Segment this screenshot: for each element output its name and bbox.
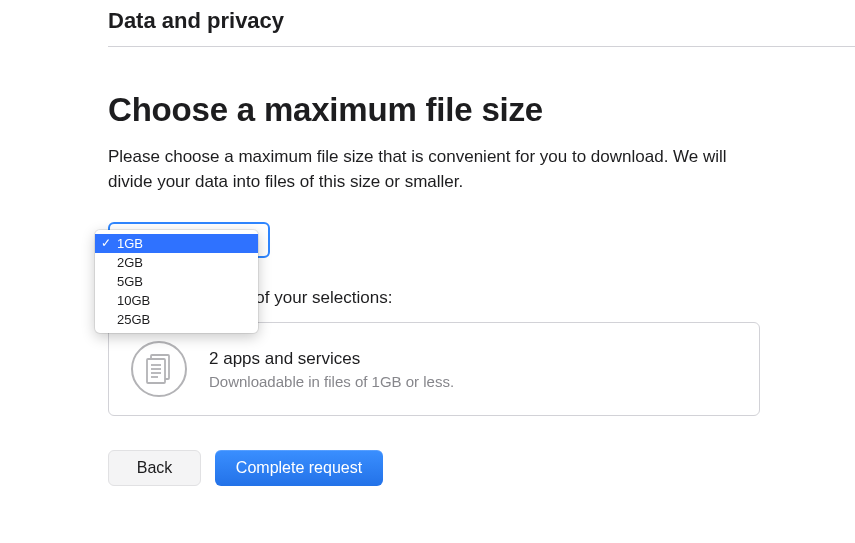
check-icon: ✓ — [101, 236, 111, 250]
header-title: Data and privacy — [108, 8, 284, 33]
complete-request-button[interactable]: Complete request — [215, 450, 383, 486]
summary-card: 2 apps and services Downloadable in file… — [108, 322, 760, 416]
summary-subtitle: Downloadable in files of 1GB or less. — [209, 373, 454, 390]
option-label: 10GB — [117, 293, 150, 308]
back-button[interactable]: Back — [108, 450, 201, 486]
option-label: 5GB — [117, 274, 143, 289]
page-header: Data and privacy — [108, 0, 855, 47]
button-row: Back Complete request — [108, 450, 855, 486]
option-label: 2GB — [117, 255, 143, 270]
description-text: Please choose a maximum file size that i… — [108, 145, 748, 194]
document-icon — [131, 341, 187, 397]
dropdown-option-5gb[interactable]: 5GB — [95, 272, 258, 291]
file-size-select[interactable]: ✓ 1GB 2GB 5GB 10GB 25GB — [108, 222, 270, 258]
option-label: 25GB — [117, 312, 150, 327]
option-label: 1GB — [117, 236, 143, 251]
summary-title: 2 apps and services — [209, 349, 454, 369]
dropdown-option-25gb[interactable]: 25GB — [95, 310, 258, 329]
main-heading: Choose a maximum file size — [108, 91, 855, 129]
dropdown-option-2gb[interactable]: 2GB — [95, 253, 258, 272]
file-size-dropdown[interactable]: ✓ 1GB 2GB 5GB 10GB 25GB — [95, 230, 258, 333]
dropdown-option-1gb[interactable]: ✓ 1GB — [95, 234, 258, 253]
svg-rect-1 — [147, 359, 165, 383]
dropdown-option-10gb[interactable]: 10GB — [95, 291, 258, 310]
